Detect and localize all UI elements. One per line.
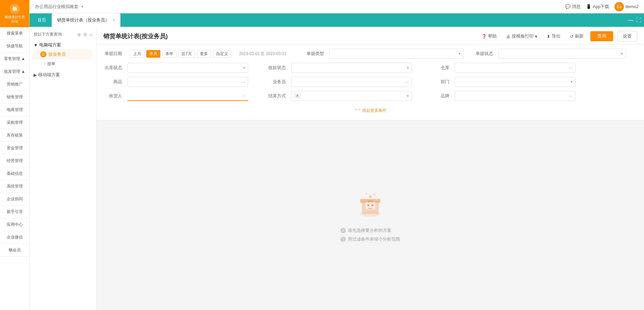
doc-type-control[interactable]: ▾ — [329, 49, 464, 59]
receipt-status-control[interactable]: ▾ — [291, 63, 412, 73]
warehouse-control[interactable]: ··· — [455, 63, 576, 73]
empty-tip-1: 1 请先选择要分析的方案 — [340, 226, 400, 235]
empty-illustration — [354, 187, 387, 221]
sidebar-item-finance[interactable]: 资金管理 — [0, 142, 29, 155]
export-btn[interactable]: ⬇ 导出 — [544, 32, 563, 41]
doc-status-control[interactable]: ▾ — [498, 49, 626, 59]
panel-header: 按以下方案查询 ⊕ ⚙ « — [30, 30, 96, 39]
scheme-group-desktop-title[interactable]: ▼ 电脑端方案 — [34, 41, 92, 49]
svg-rect-9 — [365, 202, 375, 209]
salesperson-more-icon: ··· — [405, 79, 409, 85]
scheme-item-by-order[interactable]: ⅰ 按单 — [34, 59, 92, 68]
tabbar: 首页 销货单统计表（按业务员） × — ⛶ — [30, 13, 644, 27]
date-btn-this-month[interactable]: 本月 — [146, 50, 160, 58]
product-control[interactable]: ··· — [127, 77, 248, 87]
doc-type-label: 单据类型 — [305, 51, 324, 57]
department-dropdown-icon: ▾ — [571, 80, 573, 84]
scheme-item-by-salesperson[interactable]: 按 按业务员 — [34, 49, 92, 59]
content-area: 按以下方案查询 ⊕ ⚙ « ▼ 电脑端方案 按 按业务员 ⅰ 按 — [30, 27, 644, 310]
print-dropdown-icon[interactable]: ▾ — [535, 34, 537, 39]
svg-text:畅: 畅 — [12, 6, 17, 11]
scheme-group-desktop: ▼ 电脑端方案 按 按业务员 ⅰ 按单 — [30, 39, 96, 70]
print-icon: 🖨 — [506, 34, 511, 39]
right-panel: 销货单统计表(按业务员) ❓ 帮助 🖨 按模板打印 ▾ ⬇ 导出 — [97, 27, 644, 310]
receipt-status-label: 收款状态 — [267, 65, 286, 71]
breadcrumb-text: 办公用品行业模拟账套 — [35, 4, 78, 10]
tab-sales-stat[interactable]: 销货单统计表（按业务员） × — [52, 13, 120, 27]
out-status-control[interactable]: ▾ — [127, 63, 248, 73]
query-btn[interactable]: 查询 — [590, 31, 613, 41]
tab-maximize-btn[interactable]: ⛶ — [636, 17, 641, 23]
payment-dropdown-icon: ▾ — [407, 94, 409, 98]
date-btn-7days[interactable]: 近7天 — [178, 50, 195, 58]
panel-add-icon[interactable]: ⊕ — [77, 32, 81, 37]
product-more-icon: ··· — [241, 79, 245, 85]
date-btn-this-year[interactable]: 本年 — [162, 50, 176, 58]
brand-more-icon: ··· — [569, 93, 573, 99]
tab-home[interactable]: 首页 — [32, 13, 52, 27]
date-label: 单据日期 — [103, 51, 122, 57]
refresh-btn[interactable]: ↺ 刷新 — [567, 32, 586, 41]
settings-btn[interactable]: 设置 — [617, 31, 637, 42]
app-download-btn[interactable]: 📱 App下载 — [586, 4, 609, 10]
date-btn-more[interactable]: 更多 — [197, 50, 211, 58]
out-status-dropdown-icon: ▾ — [243, 65, 245, 70]
department-label: 部门 — [431, 79, 449, 85]
sidebar-item-enterprise[interactable]: 企业协同 — [0, 193, 29, 206]
salesperson-control[interactable]: ··· — [291, 77, 412, 87]
export-icon: ⬇ — [547, 34, 550, 39]
sidebar-item-enterprise-wx[interactable]: 企业微信 — [0, 231, 29, 244]
payment-tag: × — [294, 93, 301, 99]
doc-status-dropdown-icon: ▾ — [621, 51, 623, 56]
sidebar-item-system[interactable]: 系统管理 — [0, 180, 29, 193]
sidebar-item-wholesale[interactable]: 批发管理 ▲ — [0, 65, 29, 78]
sidebar-item-app-center[interactable]: 应用中心 — [0, 218, 29, 231]
help-icon: ❓ — [481, 34, 487, 39]
breadcrumb-dropdown-icon[interactable]: ▾ — [81, 4, 84, 9]
sidebar: 畅 畅捷通好生意 标版 搜索菜单 快捷导航 零售管理 ▲ 批发管理 ▲ 营销推广… — [0, 0, 30, 310]
sidebar-item-member[interactable]: 畅会员 — [0, 244, 29, 257]
app-name: 畅捷通好生意 — [5, 15, 25, 19]
print-btn[interactable]: 🖨 按模板打印 ▾ — [503, 32, 540, 41]
department-control[interactable]: ▾ — [455, 77, 576, 87]
user-menu[interactable]: Ea demo2 — [614, 2, 639, 11]
filter-row-product: 商品 ··· 业务员 ··· 部门 ▾ — [103, 77, 637, 87]
sidebar-item-operations[interactable]: 经营管理 — [0, 155, 29, 167]
sidebar-item-ecommerce[interactable]: 电商管理 — [0, 104, 29, 116]
sidebar-item-purchase[interactable]: 采购管理 — [0, 116, 29, 129]
filter-area: 单据日期 上月 本月 本年 近7天 更多 自定义 2023-03-01 至 20… — [97, 45, 644, 120]
date-btn-last-month[interactable]: 上月 — [130, 50, 144, 58]
topbar-right: 💬 消息 📱 App下载 Ea demo2 — [565, 2, 639, 11]
app-subtitle: 标版 — [11, 19, 18, 24]
panel-settings-icon[interactable]: ⚙ — [83, 32, 88, 37]
brand-control[interactable]: ··· — [455, 91, 576, 101]
sidebar-item-quick-nav[interactable]: 快捷导航 — [0, 40, 29, 53]
sidebar-item-search[interactable]: 搜索菜单 — [0, 27, 29, 40]
date-quick-btns: 上月 本月 本年 近7天 更多 自定义 — [130, 50, 231, 58]
sidebar-item-new-guide[interactable]: 新手引导 — [0, 206, 29, 218]
sidebar-item-sales[interactable]: 销售管理 — [0, 91, 29, 104]
help-btn[interactable]: ❓ 帮助 — [479, 32, 499, 41]
tab-minimize-btn[interactable]: — — [628, 17, 633, 23]
sidebar-item-basic-info[interactable]: 基础信息 — [0, 167, 29, 180]
panel-collapse-icon[interactable]: « — [90, 32, 92, 37]
svg-point-7 — [366, 193, 367, 195]
filter-row-date: 单据日期 上月 本月 本年 近7天 更多 自定义 2023-03-01 至 20… — [103, 49, 637, 59]
collapse-btn[interactable]: ⌃⌃ 收起更多条件 — [354, 105, 386, 116]
receiver-control[interactable]: ··· — [127, 91, 248, 101]
sidebar-item-retail[interactable]: 零售管理 ▲ — [0, 53, 29, 65]
receiver-more-icon: ··· — [241, 93, 246, 98]
svg-point-10 — [367, 204, 369, 206]
tab-close-icon[interactable]: × — [113, 18, 115, 22]
scheme-group-mobile[interactable]: ▶ 移动端方案 — [30, 70, 96, 80]
tabbar-right: — ⛶ — [628, 17, 641, 23]
payment-control[interactable]: × ▾ — [291, 91, 412, 101]
sidebar-item-marketing[interactable]: 营销推广 — [0, 78, 29, 91]
empty-tips: 1 请先选择要分析的方案 2 用过滤条件来缩小分析范围 — [340, 226, 400, 244]
empty-state: 1 请先选择要分析的方案 2 用过滤条件来缩小分析范围 — [97, 120, 644, 310]
date-btn-custom[interactable]: 自定义 — [213, 50, 231, 58]
sidebar-item-inventory[interactable]: 库存核算 — [0, 129, 29, 142]
user-avatar: Ea — [614, 2, 624, 11]
message-btn[interactable]: 💬 消息 — [565, 4, 581, 10]
svg-point-11 — [371, 204, 373, 206]
